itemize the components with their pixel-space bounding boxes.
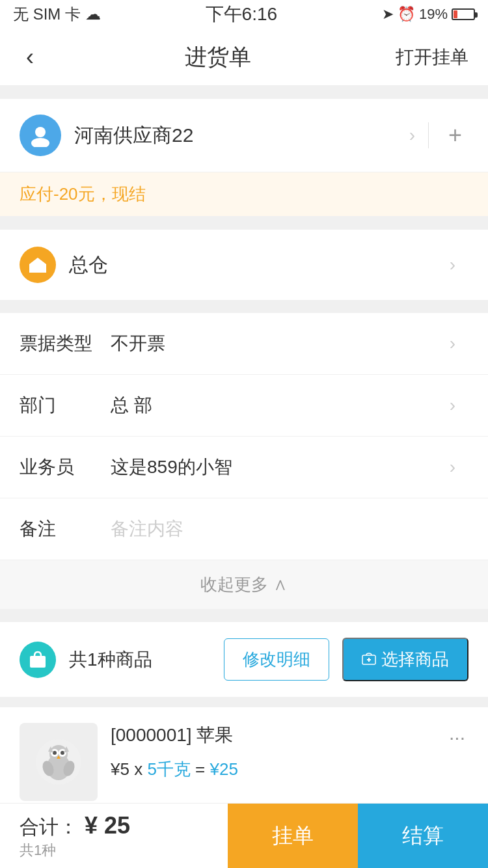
svg-point-12	[53, 751, 57, 755]
department-label: 部门	[20, 393, 98, 418]
salesperson-label: 业务员	[20, 455, 98, 480]
product-count-icon-wrap	[20, 642, 56, 678]
total-main: 合计： ¥ 25	[20, 812, 208, 841]
svg-point-0	[35, 127, 46, 137]
product-name: [0000001] 苹果	[111, 723, 433, 748]
status-left: 无 SIM 卡 ☁	[13, 4, 101, 25]
department-row[interactable]: 部门 总 部 ›	[0, 375, 488, 437]
total-amount: ¥ 25	[85, 812, 130, 839]
product-thumbnail	[20, 723, 98, 801]
remark-label: 备注	[20, 517, 98, 541]
location-icon: ➤	[382, 6, 394, 23]
select-product-label: 选择商品	[381, 648, 449, 671]
salesperson-value: 这是859的小智	[98, 455, 450, 480]
product-id: [0000001]	[111, 725, 192, 745]
select-product-icon	[362, 653, 376, 667]
total-sub: 共1种	[20, 841, 208, 860]
supplier-section: 河南供应商22 › + 应付-20元，现结	[0, 99, 488, 216]
salesperson-row[interactable]: 业务员 这是859的小智 ›	[0, 437, 488, 498]
supplier-row[interactable]: 河南供应商22 › +	[0, 99, 488, 172]
owl-logo	[33, 736, 85, 788]
invoice-type-label: 票据类型	[20, 331, 98, 356]
product-multiply: x	[134, 759, 147, 779]
supplier-name: 河南供应商22	[74, 122, 409, 149]
department-value: 总 部	[98, 393, 450, 418]
bottom-bar: 合计： ¥ 25 共1种 挂单 结算	[0, 803, 488, 868]
svg-rect-3	[30, 656, 46, 668]
status-right: ➤ ⏰ 19%	[382, 6, 475, 23]
product-item: [0000001] 苹果 ¥5 x 5千克 = ¥25 ···	[0, 707, 488, 817]
warehouse-icon-wrap	[20, 247, 56, 283]
total-label: 合计：	[20, 814, 78, 841]
product-title-name: 苹果	[197, 725, 233, 745]
form-section: 票据类型 不开票 › 部门 总 部 › 业务员 这是859的小智 › 备注 备注…	[0, 313, 488, 560]
warehouse-chevron-icon: ›	[450, 254, 455, 275]
back-button[interactable]: ‹	[20, 37, 40, 77]
remark-input[interactable]: 备注内容	[98, 517, 468, 541]
battery-icon	[452, 8, 475, 20]
warehouse-row[interactable]: 总仓 ›	[0, 229, 488, 300]
bottom-total: 合计： ¥ 25 共1种	[0, 812, 228, 860]
svg-point-1	[31, 138, 49, 147]
product-equals: =	[195, 759, 210, 779]
product-header: 共1种商品 修改明细 选择商品	[0, 622, 488, 697]
product-price: ¥5	[111, 759, 129, 779]
nav-bar: ‹ 进货单 打开挂单	[0, 29, 488, 86]
battery-percent: 19%	[419, 6, 448, 23]
gap-3	[0, 300, 488, 313]
bag-icon	[27, 649, 48, 670]
status-bar: 无 SIM 卡 ☁ 下午6:16 ➤ ⏰ 19%	[0, 0, 488, 29]
invoice-type-row[interactable]: 票据类型 不开票 ›	[0, 313, 488, 375]
alarm-icon: ⏰	[398, 6, 415, 23]
product-price-row: ¥5 x 5千克 = ¥25	[111, 758, 433, 781]
svg-point-13	[61, 751, 64, 755]
remark-row[interactable]: 备注 备注内容	[0, 498, 488, 560]
product-more-button[interactable]: ···	[446, 723, 468, 752]
product-info: [0000001] 苹果 ¥5 x 5千克 = ¥25	[111, 723, 433, 781]
supplier-avatar	[20, 115, 61, 156]
product-quantity: 5千克	[147, 759, 190, 779]
product-total: ¥25	[210, 759, 238, 779]
supplier-chevron-icon: ›	[409, 125, 415, 146]
open-hang-button[interactable]: 打开挂单	[396, 45, 468, 70]
hang-button[interactable]: 挂单	[228, 804, 358, 869]
gap-1	[0, 86, 488, 99]
warehouse-section: 总仓 ›	[0, 229, 488, 300]
invoice-type-value: 不开票	[98, 331, 450, 356]
collapse-button[interactable]: 收起更多 ∧	[0, 560, 488, 609]
invoice-type-chevron-icon: ›	[450, 333, 455, 354]
checkout-button[interactable]: 结算	[358, 804, 488, 869]
gap-4	[0, 609, 488, 622]
svg-rect-2	[34, 267, 41, 273]
warehouse-name: 总仓	[69, 252, 450, 278]
supplier-notice: 应付-20元，现结	[0, 172, 488, 216]
sim-status: 无 SIM 卡 ☁	[13, 4, 101, 25]
select-product-button[interactable]: 选择商品	[342, 638, 468, 681]
page-title: 进货单	[185, 42, 251, 72]
collapse-label: 收起更多 ∧	[200, 573, 287, 596]
product-count-text: 共1种商品	[69, 647, 211, 672]
add-supplier-button[interactable]: +	[442, 118, 468, 152]
warehouse-icon	[28, 255, 47, 275]
department-chevron-icon: ›	[450, 395, 455, 416]
divider	[428, 122, 429, 148]
gap-2	[0, 216, 488, 229]
status-time: 下午6:16	[206, 2, 278, 27]
edit-detail-button[interactable]: 修改明细	[224, 638, 329, 681]
salesperson-chevron-icon: ›	[450, 457, 455, 478]
